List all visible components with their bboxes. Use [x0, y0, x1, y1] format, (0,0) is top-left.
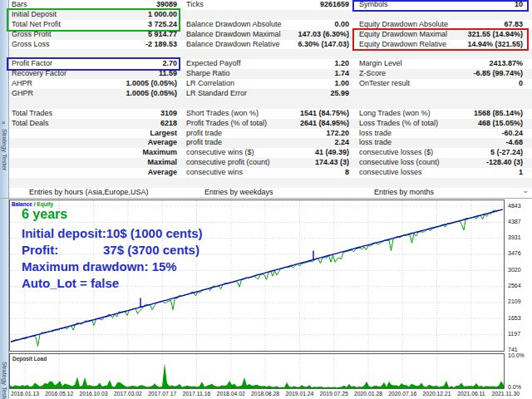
stat-label: Margin Level [359, 59, 402, 69]
stats-cell: consecutive profit (count)174.43 (3) [180, 158, 353, 168]
stats-cell: consecutive wins8 [180, 168, 353, 178]
side-tab-label[interactable]: Strategy Tester [1, 362, 8, 399]
stats-cell [180, 99, 353, 109]
stat-value: 2641 (84.95%) [300, 119, 349, 129]
x-tick-label: 2016.01.13 [11, 391, 39, 397]
stats-cell: Ticks9261659 [180, 0, 353, 10]
stats-row: GHPR1.0005 (0.05%)LR Standard Error25.99 [9, 89, 532, 99]
stat-label: consecutive losses ($) [359, 148, 433, 158]
stat-label: Balance Drawdown Relative [186, 40, 280, 50]
side-tab-strategy-tester-bottom[interactable]: Strategy Tester [0, 199, 9, 399]
stats-cell: Equity Drawdown Relative14.94% (321.55) [353, 40, 532, 50]
stats-cell: loss trade-4.68 [353, 138, 532, 148]
stat-label: Bars [12, 0, 27, 10]
stats-cell: Total Net Profit3 725.24 [9, 20, 180, 30]
stats-row [9, 49, 532, 59]
stat-value: 2413.87% [489, 59, 523, 69]
stat-value: 25.99 [330, 89, 349, 99]
legend-equity: Equity [37, 201, 53, 207]
stat-label: consecutive loss (count) [359, 158, 440, 168]
stat-label: Profit Trades (% of total) [186, 119, 267, 129]
stat-label: GHPR [12, 89, 33, 99]
stats-row: Maximalconsecutive profit (count)174.43 … [9, 158, 532, 168]
chevron-down-icon[interactable]: ⌄ [522, 186, 529, 195]
stats-cell [353, 99, 532, 109]
y-tick-label: 3931 [508, 234, 521, 240]
stats-cell: Z-Score-6.85 (99.74%) [353, 69, 532, 79]
stat-value: Average [148, 168, 177, 178]
stat-label: profit trade [186, 138, 222, 148]
stats-cell: Bars39089 [9, 0, 180, 10]
deposit-tick-label: 10.0% [508, 352, 525, 358]
stat-label: Balance Drawdown Absolute [186, 20, 282, 30]
stats-cell: Gross Loss-2 189.53 [9, 40, 180, 50]
stats-cell [180, 49, 353, 59]
deposit-load-panel: Deposit Load [9, 353, 505, 389]
stat-value: -4.68 [505, 138, 523, 148]
stat-value: 3 725.24 [148, 20, 177, 30]
stat-label: Balance Drawdown Maximal [186, 30, 281, 40]
stat-value: 5 914.77 [148, 30, 177, 40]
stats-row: Total Deals6218Profit Trades (% of total… [9, 119, 532, 129]
stats-cell: Entries by months [353, 188, 532, 198]
stats-cell: Maximum [9, 148, 180, 158]
side-tab-strategy-tester-top[interactable]: × Strategy Tester [0, 0, 9, 198]
stats-cell [353, 89, 532, 99]
chart-legend: Balance / Equity [12, 201, 53, 207]
stats-cell: Initial Deposit1 000.00 [9, 10, 180, 20]
side-tab-label[interactable]: Strategy Tester [1, 129, 8, 170]
stats-cell: Total Trades3109 [9, 109, 180, 119]
stats-cell [353, 10, 532, 20]
stats-cell: Sharpe Ratio1.74 [180, 69, 353, 79]
x-tick-label: 2016.10.03 [80, 391, 108, 397]
deposit-tick-label: 0.0% [508, 384, 521, 390]
stats-row: Bars39089Ticks9261659Symbols10 [9, 0, 532, 10]
stat-value: Maximum [142, 148, 177, 158]
stat-label: Short Trades (won %) [186, 109, 259, 119]
stats-row: Gross Profit5 914.77Balance Drawdown Max… [9, 30, 532, 40]
stats-cell: consecutive losses ($)5 (-27.24) [353, 148, 532, 158]
legend-balance: Balance [12, 201, 32, 207]
stats-cell [180, 10, 353, 20]
stat-value: 41 (49.39) [315, 148, 349, 158]
deposit-load-title: Deposit Load [12, 356, 47, 362]
stat-value: Largest [150, 129, 177, 139]
deposit-load-area [10, 354, 504, 388]
stats-row: Initial Deposit1 000.00 [9, 10, 532, 20]
stat-value: 6.30% (147.03) [298, 40, 349, 50]
stats-cell: Entries by hours (Asia,Europe,USA) [9, 188, 180, 198]
stats-cell: Maximal [9, 158, 180, 168]
stat-value: 321.55 (14.94%) [467, 30, 523, 40]
stats-cell: profit trade172.20 [180, 129, 353, 139]
annotation-duration: 6 years [22, 207, 67, 222]
stats-row: Recovery Factor11.59Sharpe Ratio1.74Z-Sc… [9, 69, 532, 79]
stats-row: Averageprofit trade2.24loss trade-4.68 [9, 138, 532, 148]
stat-value: Maximal [147, 158, 177, 168]
stat-label: consecutive profit (count) [186, 158, 270, 168]
stat-value: 14.94% (321.55) [467, 40, 523, 50]
x-tick-label: 2020.07.16 [388, 391, 416, 397]
stat-value: 1.0005 (0.05%) [126, 89, 177, 99]
stat-value: 39089 [156, 0, 177, 10]
stats-cell: consecutive losses1 [353, 168, 532, 178]
stat-value: 10 [515, 0, 523, 10]
stats-cell: Gross Profit5 914.77 [9, 30, 180, 40]
strategy-tester-report: × Strategy Tester Bars39089Ticks9261659S… [0, 0, 532, 399]
stats-cell: Equity Drawdown Maximal321.55 (14.94%) [353, 30, 532, 40]
stat-value: -60.24 [501, 129, 523, 139]
stat-value: 8 [345, 168, 349, 178]
annotation-label: Profit: [22, 243, 103, 257]
stats-cell [9, 99, 180, 109]
stats-row: Gross Loss-2 189.53Balance Drawdown Rela… [9, 40, 532, 50]
y-tick-label: 4843 [508, 203, 521, 209]
close-icon[interactable]: × [2, 120, 6, 126]
stat-label: Initial Deposit [12, 10, 57, 20]
stats-row: Averageconsecutive wins8consecutive loss… [9, 168, 532, 178]
stat-value: 147.03 (6.30%) [298, 30, 349, 40]
stats-cell: Balance Drawdown Maximal147.03 (6.30%) [180, 30, 353, 40]
stat-value: -128.40 (3) [486, 158, 523, 168]
stat-label: profit trade [186, 129, 222, 139]
stat-value: 67.83 [504, 20, 523, 30]
stat-label: Entries by weekdays [204, 188, 273, 198]
x-tick-label: 2017.03.02 [114, 391, 142, 397]
